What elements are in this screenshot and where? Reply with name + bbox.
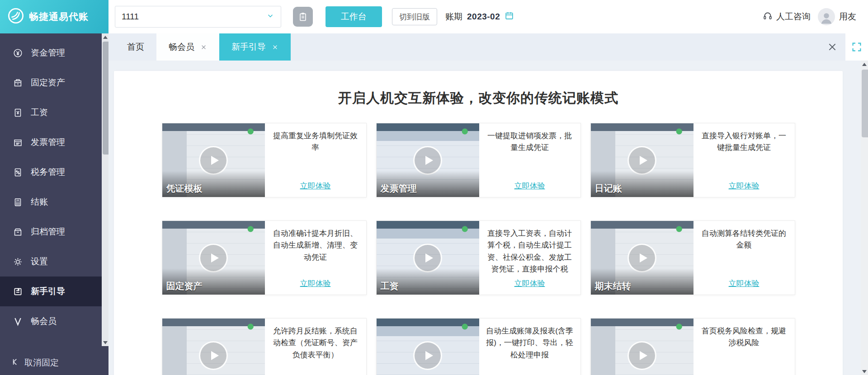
video-thumbnail[interactable]: 固定资产 <box>162 221 265 295</box>
content-scroll-up-icon[interactable] <box>861 61 868 68</box>
try-now-link[interactable]: 立即体验 <box>729 181 760 191</box>
video-thumbnail[interactable]: 期末结转 <box>591 221 693 295</box>
play-icon[interactable] <box>413 146 442 175</box>
archive-icon <box>12 226 23 237</box>
video-description: 自动准确计提本月折旧、自动生成新增、清理、变动凭证 <box>271 228 360 263</box>
logo: 畅捷通易代账 <box>0 0 108 33</box>
sidebar-scrollbar-thumb[interactable] <box>103 42 108 155</box>
sidebar-item-label: 结账 <box>31 196 48 208</box>
guide-panel: 开启人机交互新体验，改变你的传统记账模式 凭证模板 提高重复业务填制凭证效率 立… <box>114 71 843 375</box>
try-now-link[interactable]: 立即体验 <box>514 181 545 191</box>
video-card-invoice-management: 发票管理 一键提取进销项发票，批量生成凭证 立即体验 <box>376 123 581 197</box>
sidebar-nav: 资金管理 固定资产 工资 发票管理 税务管理 结账 <box>0 33 108 351</box>
tabbar-spacer <box>291 33 827 61</box>
tab-member[interactable]: 畅会员 <box>156 33 219 61</box>
sidebar-item-member[interactable]: 畅会员 <box>0 306 108 336</box>
tab-label: 首页 <box>127 41 144 53</box>
avatar <box>818 8 835 25</box>
chevron-down-icon <box>266 12 274 22</box>
calendar-icon[interactable] <box>505 11 514 23</box>
content-scrollbar[interactable] <box>861 61 868 375</box>
fixed-asset-icon <box>12 77 23 88</box>
clipboard-icon[interactable] <box>293 7 313 27</box>
play-icon[interactable] <box>413 244 442 272</box>
member-v-icon <box>12 316 23 327</box>
sidebar-item-label: 发票管理 <box>31 136 65 148</box>
sidebar-item-label: 税务管理 <box>31 166 65 178</box>
collapse-left-icon <box>10 357 20 369</box>
video-description: 自动生成账簿及报表(含季报)，一键打印、导出，轻松处理申报 <box>486 325 574 361</box>
try-now-link[interactable]: 立即体验 <box>300 278 331 289</box>
logo-mark-icon <box>7 7 24 26</box>
manual-consult-label: 人工咨询 <box>776 11 811 23</box>
sidebar-scrollbar[interactable] <box>102 33 108 346</box>
switch-old-version-button[interactable]: 切到旧版 <box>392 8 437 25</box>
tab-beginner-guide[interactable]: 新手引导 <box>219 33 291 61</box>
video-description: 提高重复业务填制凭证效率 <box>271 130 360 154</box>
fund-icon <box>12 47 23 58</box>
workbench-button[interactable]: 工作台 <box>326 6 382 27</box>
manual-consult[interactable]: 人工咨询 <box>763 11 811 23</box>
sidebar-scroll-down-icon[interactable] <box>102 339 108 346</box>
sidebar-item-closing[interactable]: 结账 <box>0 187 108 217</box>
try-now-link[interactable]: 立即体验 <box>729 278 760 289</box>
sidebar-item-archive-management[interactable]: 归档管理 <box>0 217 108 247</box>
sidebar-item-settings[interactable]: 设置 <box>0 247 108 277</box>
try-now-link[interactable]: 立即体验 <box>514 278 545 289</box>
sidebar-item-label: 归档管理 <box>31 226 65 238</box>
tab-close-icon[interactable] <box>200 44 207 51</box>
play-icon[interactable] <box>627 341 656 370</box>
unpin-label: 取消固定 <box>24 357 59 369</box>
company-select-value: 1111 <box>122 12 139 22</box>
sidebar-item-tax-management[interactable]: 税务管理 <box>0 157 108 187</box>
play-icon[interactable] <box>413 341 442 370</box>
company-select[interactable]: 1111 <box>115 6 281 28</box>
sidebar-item-invoice-management[interactable]: 发票管理 <box>0 127 108 157</box>
video-card-anti-closing: 允许跨月反结账，系统自动检查（凭证断号、资产负债表平衡） <box>162 318 367 375</box>
period-value[interactable]: 2023-02 <box>467 12 500 22</box>
close-panel-icon[interactable] <box>827 42 837 52</box>
user-menu[interactable]: 用友 <box>818 8 856 25</box>
tab-bar: 首页 畅会员 新手引导 <box>108 33 868 61</box>
video-thumbnail[interactable]: 凭证模板 <box>162 123 265 197</box>
tab-label: 畅会员 <box>169 41 194 53</box>
video-thumbnail[interactable]: 工资 <box>377 221 479 295</box>
sidebar-item-fixed-assets[interactable]: 固定资产 <box>0 68 108 98</box>
video-thumbnail[interactable] <box>162 319 265 375</box>
video-thumbnail[interactable] <box>591 319 693 375</box>
video-thumbnail[interactable] <box>377 319 479 375</box>
settings-gear-icon <box>12 256 23 267</box>
guide-icon <box>12 286 23 297</box>
video-title: 固定资产 <box>162 268 265 295</box>
sidebar: 资金管理 固定资产 工资 发票管理 税务管理 结账 <box>0 33 108 375</box>
sidebar-item-salary[interactable]: 工资 <box>0 98 108 127</box>
sidebar-item-beginner-guide[interactable]: 新手引导 <box>0 277 108 306</box>
play-icon[interactable] <box>627 146 656 175</box>
video-card-period-end-carryover: 期末结转 自动测算各结转类凭证的金额 立即体验 <box>590 220 795 295</box>
video-card-fixed-assets: 固定资产 自动准确计提本月折旧、自动生成新增、清理、变动凭证 立即体验 <box>162 220 367 295</box>
try-now-link[interactable]: 立即体验 <box>300 181 331 191</box>
username: 用友 <box>839 11 856 23</box>
tax-icon <box>12 167 23 178</box>
video-thumbnail[interactable]: 发票管理 <box>377 123 479 197</box>
sidebar-item-fund-management[interactable]: 资金管理 <box>0 38 108 68</box>
fullscreen-icon[interactable] <box>845 33 868 61</box>
period-label: 账期 <box>445 11 462 23</box>
sidebar-item-label: 资金管理 <box>31 47 65 59</box>
unpin-sidebar-button[interactable]: 取消固定 <box>0 351 108 375</box>
tab-home[interactable]: 首页 <box>115 33 156 61</box>
header-right: 人工咨询 用友 <box>763 8 856 25</box>
tab-close-icon[interactable] <box>272 44 278 51</box>
play-icon[interactable] <box>627 244 656 272</box>
invoice-icon <box>12 137 23 148</box>
sidebar-item-label: 畅会员 <box>31 315 57 327</box>
video-thumbnail[interactable]: 日记账 <box>591 123 693 197</box>
play-icon[interactable] <box>199 146 228 175</box>
sidebar-scroll-up-icon[interactable] <box>102 33 108 41</box>
content-scrollbar-thumb[interactable] <box>862 70 868 137</box>
header: 1111 工作台 切到旧版 账期 2023-02 人工咨询 <box>108 0 868 33</box>
play-icon[interactable] <box>199 341 228 370</box>
play-icon[interactable] <box>199 244 228 272</box>
video-description: 允许跨月反结账，系统自动检查（凭证断号、资产负债表平衡） <box>271 325 360 361</box>
content-scroll-down-icon[interactable] <box>861 368 868 375</box>
